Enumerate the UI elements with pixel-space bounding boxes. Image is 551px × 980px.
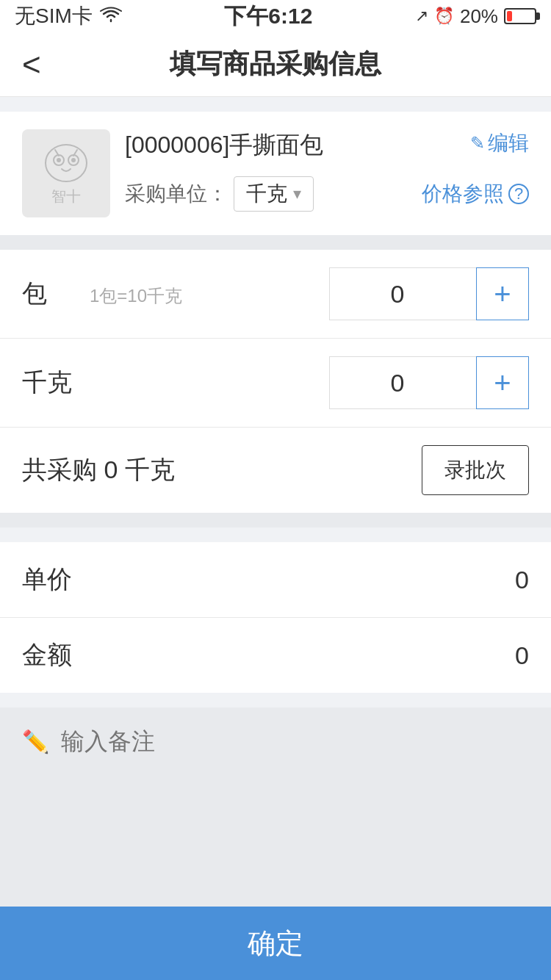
main-content: 智十 [0000006]手撕面包 ✎ 编辑 采购单位： 千克 ▾ <box>0 112 551 980</box>
total-summary: 共采购 0 千克 <box>22 453 175 487</box>
amount-row: 金额 0 <box>0 618 551 693</box>
alarm-icon: ⏰ <box>434 7 454 26</box>
price-ref-help-icon: ? <box>508 184 529 204</box>
unit-select[interactable]: 千克 ▾ <box>234 176 314 212</box>
battery-icon <box>504 8 536 24</box>
notes-section: ✏️ <box>0 707 551 776</box>
unit-price-row: 单价 0 <box>0 542 551 618</box>
nav-bar: < 填写商品采购信息 <box>0 32 551 97</box>
svg-point-4 <box>71 158 76 162</box>
edit-button[interactable]: ✎ 编辑 <box>470 129 529 157</box>
wifi-icon <box>100 4 122 28</box>
unit-price-value: 0 <box>515 566 529 594</box>
back-button[interactable]: < <box>22 46 41 83</box>
kg-input-row: 千克 + <box>0 339 551 428</box>
confirm-button[interactable]: 确定 <box>0 907 551 980</box>
svg-point-0 <box>46 145 87 181</box>
kg-input-box: + <box>96 356 529 409</box>
unit-label: 采购单位： <box>125 180 228 208</box>
section-divider-1 <box>0 235 551 250</box>
kg-plus-button[interactable]: + <box>476 356 529 409</box>
status-bar: 无SIM卡 下午6:12 ↗ ⏰ 20% <box>0 0 551 32</box>
detail-section: 单价 0 金额 0 <box>0 542 551 693</box>
kg-label: 千克 <box>22 366 81 400</box>
carrier-text: 无SIM卡 <box>15 2 93 30</box>
status-left: 无SIM卡 <box>15 2 122 30</box>
unit-price-label: 单价 <box>22 563 72 597</box>
status-right: ↗ ⏰ 20% <box>415 5 536 28</box>
batch-button[interactable]: 录批次 <box>422 445 529 495</box>
product-name: [0000006]手撕面包 <box>125 129 323 162</box>
battery-percent: 20% <box>460 5 498 28</box>
product-info: [0000006]手撕面包 ✎ 编辑 采购单位： 千克 ▾ 价格参照 <box>125 129 529 212</box>
pack-input-box: + <box>197 267 529 320</box>
notes-input[interactable] <box>61 728 529 755</box>
battery-fill <box>507 11 512 21</box>
product-logo: 智十 <box>40 141 92 206</box>
product-header: [0000006]手撕面包 ✎ 编辑 <box>125 129 529 162</box>
amount-label: 金额 <box>22 638 72 672</box>
pack-input-row: 包 1包=10千克 + <box>0 250 551 339</box>
status-time: 下午6:12 <box>224 1 312 32</box>
unit-row: 采购单位： 千克 ▾ 价格参照 ? <box>125 176 529 212</box>
location-icon: ↗ <box>415 7 428 26</box>
pack-plus-button[interactable]: + <box>476 267 529 320</box>
pack-sublabel: 1包=10千克 <box>90 284 182 308</box>
summary-row: 共采购 0 千克 录批次 <box>0 428 551 513</box>
price-ref-button[interactable]: 价格参照 ? <box>422 180 529 208</box>
pack-label: 包 <box>22 277 81 311</box>
pack-input[interactable] <box>329 267 476 320</box>
input-section: 包 1包=10千克 + 千克 + <box>0 250 551 428</box>
kg-input[interactable] <box>329 356 476 409</box>
product-card: 智十 [0000006]手撕面包 ✎ 编辑 采购单位： 千克 ▾ <box>0 112 551 235</box>
section-divider-2 <box>0 513 551 527</box>
amount-value: 0 <box>515 641 529 670</box>
svg-point-3 <box>57 158 61 162</box>
pencil-icon: ✏️ <box>22 729 49 754</box>
product-image: 智十 <box>22 129 110 217</box>
page-title: 填写商品采购信息 <box>170 46 381 82</box>
